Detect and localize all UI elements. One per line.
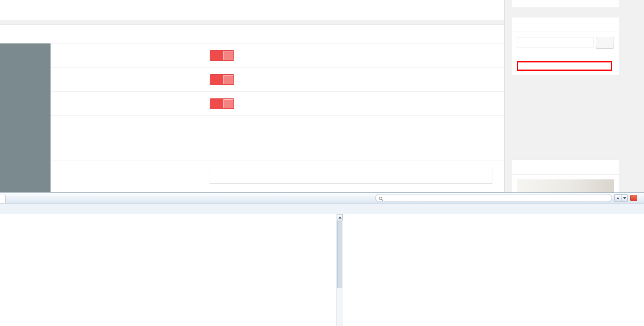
scroll-up-button[interactable] (337, 214, 343, 220)
add-tag-button[interactable] (596, 37, 614, 48)
settings-tabs (0, 43, 51, 192)
screen (0, 0, 644, 326)
editor-status-bar (0, 10, 504, 20)
setting-row-select-right-sidebar (51, 160, 504, 192)
firebug-close-button[interactable] (630, 195, 637, 201)
firebug-content (0, 214, 644, 326)
setting-label (51, 116, 210, 160)
firebug-breadcrumb-bar (0, 204, 644, 214)
chevron-up-icon (616, 197, 620, 199)
highlight-annotation-box (517, 61, 612, 71)
post-options-panel (0, 24, 504, 192)
related-post-toggle[interactable] (210, 98, 234, 109)
editor-status-box (0, 0, 504, 20)
editor-content-text[interactable] (0, 0, 504, 10)
tags-metabox-body (512, 32, 619, 75)
firebug-panel (0, 192, 644, 326)
search-prev-button[interactable] (614, 194, 621, 202)
settings-content (51, 43, 504, 192)
featured-image-header[interactable] (512, 160, 619, 175)
toggle-knob (223, 99, 233, 108)
editor-sidebar (505, 0, 644, 192)
featured-image-thumbnail[interactable] (517, 179, 614, 192)
right-sidebar-select[interactable] (210, 169, 492, 184)
chevron-down-icon (623, 197, 626, 199)
setting-row-choose-sidebar (51, 116, 504, 160)
scrollbar-thumb[interactable] (337, 221, 342, 288)
tags-toggle[interactable] (210, 74, 234, 85)
featured-image-metabox (512, 160, 619, 192)
html-tab-partial[interactable] (0, 195, 6, 203)
firebug-search-input[interactable] (375, 194, 612, 202)
setting-label (51, 100, 210, 107)
toggle-knob (223, 51, 233, 60)
setting-label (51, 160, 210, 192)
setting-row-social-sharing (51, 43, 504, 68)
html-tree (0, 214, 336, 326)
setting-row-related-post (51, 92, 504, 116)
triangle-up-icon (338, 217, 342, 219)
css-rules-panel (343, 214, 644, 326)
toggle-knob (223, 75, 233, 84)
options-panel-body (0, 43, 504, 192)
search-next-button[interactable] (621, 194, 628, 202)
firebug-search (375, 194, 612, 202)
options-panel-header (0, 25, 504, 43)
tree-scrollbar[interactable] (336, 214, 343, 326)
breadcrumb (0, 204, 341, 214)
previous-metabox-bottom (512, 0, 619, 8)
setting-row-tags (51, 68, 504, 92)
post-editor-column (0, 0, 505, 192)
social-sharing-toggle[interactable] (210, 50, 234, 61)
search-nav-buttons (614, 194, 628, 202)
setting-label (51, 76, 210, 83)
firebug-toolbar (0, 193, 644, 204)
tags-metabox (512, 17, 619, 76)
setting-label (51, 52, 210, 58)
tags-metabox-header[interactable] (512, 17, 619, 32)
search-icon (379, 196, 383, 203)
new-tag-input[interactable] (517, 37, 593, 47)
